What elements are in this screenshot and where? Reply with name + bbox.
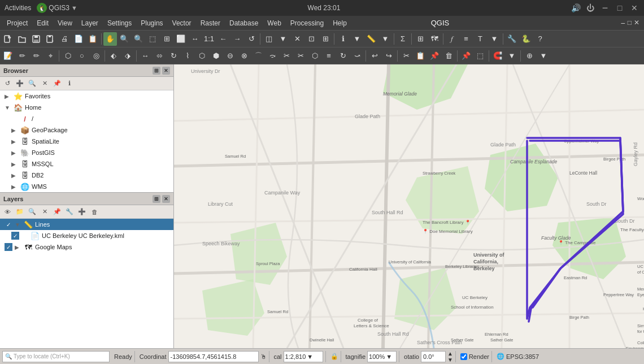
copy-move-btn[interactable]: ⬄ <box>153 49 166 63</box>
delete-ring-btn[interactable]: ⊖ <box>223 49 237 63</box>
menu-raster[interactable]: Raster <box>196 18 225 28</box>
window-max-btn[interactable]: □ <box>628 19 632 28</box>
power-icon[interactable]: ⏻ <box>585 3 595 13</box>
browser-panel-close-btn[interactable]: ✕ <box>162 67 170 75</box>
zoom-full-btn[interactable]: ⊞ <box>160 32 173 46</box>
zoom-native-btn[interactable]: 1:1 <box>202 32 216 46</box>
layers-panel-float-btn[interactable]: ⊞ <box>153 195 160 203</box>
layer-lines[interactable]: ✓ ▼ 📏 Lines <box>0 219 173 230</box>
rotation-input[interactable] <box>421 351 446 362</box>
digitize2-btn[interactable]: ⌖ <box>43 49 57 63</box>
save-project-btn[interactable] <box>29 32 43 46</box>
new-project-btn[interactable] <box>1 32 15 46</box>
zoom-in-btn[interactable]: 🔍 <box>118 32 131 46</box>
tree-mssql[interactable]: ▶ 🗄 MSSQL <box>0 158 173 170</box>
layer-lines-checkbox[interactable]: ✓ <box>5 220 12 228</box>
zoom-next-btn[interactable]: → <box>230 32 244 46</box>
layers-settings-btn[interactable]: 🔧 <box>64 207 75 217</box>
zoom-layer-btn[interactable]: ↔ <box>188 32 202 46</box>
menu-project[interactable]: Project <box>2 18 32 28</box>
window-min-btn[interactable]: − <box>621 19 625 28</box>
plugins-btn[interactable]: 🔧 <box>505 32 519 46</box>
print-layout-btn[interactable]: 📄 <box>72 32 85 46</box>
volume-icon[interactable]: 🔊 <box>571 3 581 13</box>
delete-selected-btn[interactable]: 🗑 <box>442 49 455 63</box>
layers-panel-close-btn[interactable]: ✕ <box>162 195 170 203</box>
deselect-btn[interactable]: ✕ <box>290 32 304 46</box>
rotation-up-btn[interactable]: ▲▼ <box>447 350 453 363</box>
python-btn[interactable]: 🐍 <box>519 32 533 46</box>
browser-info-btn[interactable]: ℹ <box>64 79 75 89</box>
field-calc-btn[interactable]: 𝑓 <box>445 32 459 46</box>
epsg-segment[interactable]: 🌐 EPSG:3857 <box>494 351 541 362</box>
snapping-btn[interactable]: 🧲 <box>491 49 504 63</box>
layers-remove-btn[interactable]: 🗑 <box>89 207 100 217</box>
pan-map-btn[interactable]: ✋ <box>103 32 117 46</box>
magnify-dropdown[interactable]: 100% ▼ <box>367 351 397 362</box>
split-features-btn[interactable]: ✂ <box>280 49 293 63</box>
layers-filter-btn[interactable]: 🔍 <box>27 207 38 217</box>
tree-wms[interactable]: ▶ 🌐 WMS <box>0 181 173 192</box>
tree-favorites[interactable]: ▶ ⭐ Favorites <box>0 90 173 102</box>
add-ring2-btn[interactable]: ⬡ <box>195 49 208 63</box>
minimize-button[interactable]: − <box>600 3 610 13</box>
tree-home[interactable]: ▼ 🏠 Home <box>0 102 173 113</box>
move-feature-btn[interactable]: ↔ <box>138 49 152 63</box>
scale-dropdown[interactable]: 1:2,810 ▼ <box>284 351 323 362</box>
redo-btn[interactable]: ↪ <box>382 49 395 63</box>
select-all-btn[interactable]: ⊡ <box>304 32 318 46</box>
digitize-btn[interactable]: ✏ <box>29 49 43 63</box>
menu-web[interactable]: Web <box>263 18 285 28</box>
menu-plugins[interactable]: Plugins <box>136 18 167 28</box>
identify-btn[interactable]: ℹ <box>336 32 350 46</box>
map-area[interactable]: University Dr Glade Path Glade Path Gayl… <box>174 64 644 348</box>
tree-spatialite[interactable]: ▶ 🗄 SpatiaLite <box>0 136 173 147</box>
offset-point-btn[interactable]: ⤻ <box>350 49 364 63</box>
layers-expand-btn[interactable]: 📌 <box>51 207 63 217</box>
fill-ring-btn[interactable]: ⬢ <box>209 49 223 63</box>
tree-postgis[interactable]: ▶ 🐘 PostGIS <box>0 147 173 158</box>
reshape-btn[interactable]: ⌒ <box>251 49 265 63</box>
rotate-btn[interactable]: ↻ <box>167 49 180 63</box>
label-dropdown-btn[interactable]: ▼ <box>488 32 501 46</box>
locate-search[interactable]: 🔍 Type to locate (Ctrl+K) <box>2 351 110 362</box>
menu-layer[interactable]: Layer <box>77 18 103 28</box>
new-3d-btn[interactable]: 🗺 <box>428 32 441 46</box>
paste-features-btn[interactable]: 📌 <box>428 49 441 63</box>
tile-map-btn[interactable]: ⊞ <box>414 32 427 46</box>
zoom-out-btn[interactable]: 🔍 <box>132 32 145 46</box>
layer-uc-berkeley[interactable]: ✓ 📄 UC Berkeley UC Berkeley.kml <box>0 230 173 241</box>
browser-add-layer-btn[interactable]: ➕ <box>14 79 25 89</box>
select-dropdown-btn[interactable]: ▼ <box>276 32 290 46</box>
browser-panel-float-btn[interactable]: ⊞ <box>153 67 160 75</box>
zoom-last-btn[interactable]: ← <box>216 32 230 46</box>
vertex-editor-btn[interactable]: ⬗ <box>121 49 134 63</box>
zoom-rubber-btn[interactable]: ⬚ <box>146 32 159 46</box>
menu-settings[interactable]: Settings <box>103 18 136 28</box>
menu-help[interactable]: Help <box>328 18 351 28</box>
lock-icon[interactable]: 🔒 <box>330 353 338 360</box>
window-close-btn[interactable]: ✕ <box>634 19 639 28</box>
layer-google-maps[interactable]: ✓ ▶ 🗺 Google Maps <box>0 241 173 253</box>
add-part-btn[interactable]: ◎ <box>89 49 103 63</box>
measure-dropdown-btn[interactable]: ▼ <box>378 32 392 46</box>
select-features-btn[interactable]: ◫ <box>262 32 276 46</box>
undo-btn[interactable]: ↩ <box>368 49 381 63</box>
coordinate-input[interactable] <box>168 351 259 362</box>
tree-root[interactable]: / / <box>0 113 173 124</box>
refresh-btn[interactable]: ↺ <box>245 32 258 46</box>
layers-collapse-btn[interactable]: ✕ <box>39 207 50 217</box>
menu-view[interactable]: View <box>53 18 77 28</box>
edit-layer-btn[interactable]: ✏ <box>15 49 29 63</box>
current-edits-btn[interactable]: 📝 <box>1 49 15 63</box>
menu-vector[interactable]: Vector <box>168 18 196 28</box>
maximize-button[interactable]: □ <box>615 3 625 13</box>
menu-processing[interactable]: Processing <box>286 18 328 28</box>
save-as-btn[interactable]: + <box>43 32 57 46</box>
activities-label[interactable]: Activities <box>5 4 31 12</box>
identify-dropdown-btn[interactable]: ▼ <box>350 32 364 46</box>
layer-google-checkbox[interactable]: ✓ <box>5 243 12 251</box>
invert-sel-btn[interactable]: ⊞ <box>319 32 332 46</box>
rotate-point-btn[interactable]: ↻ <box>336 49 350 63</box>
measure-btn[interactable]: 📏 <box>364 32 378 46</box>
